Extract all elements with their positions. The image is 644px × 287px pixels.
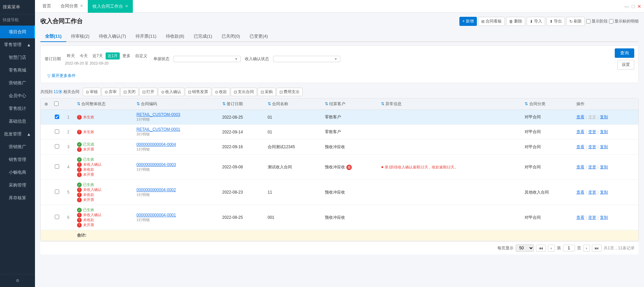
sidebar-item-smart-store[interactable]: 智慧门店 — [0, 51, 35, 64]
date-btn-7days[interactable]: 近7天 — [90, 52, 105, 59]
row-checkbox[interactable] — [55, 115, 59, 119]
doc-status-select[interactable]: ▼ — [174, 56, 241, 62]
refresh-button[interactable]: ↻ 刷新 — [566, 17, 585, 26]
action-income-confirm[interactable]: ⊙ 收入确认 — [158, 88, 184, 96]
close-icon[interactable]: ✕ — [637, 4, 641, 9]
show-stage-checkbox[interactable]: 显示阶段 — [586, 18, 608, 24]
row-checkbox[interactable] — [55, 190, 59, 194]
row-code: 0000000000004-00011行明细 — [134, 205, 220, 230]
prev-page-btn[interactable]: ‹ — [548, 245, 555, 252]
first-page-btn[interactable]: ⏮ — [536, 245, 546, 252]
row-checkbox[interactable] — [55, 129, 59, 134]
sidebar-item-project[interactable]: 项目合同 — [0, 26, 35, 38]
import-button[interactable]: ⬇ 导入 — [527, 17, 545, 26]
show-detail-checkbox[interactable]: 显示标的明细 — [609, 18, 639, 24]
sidebar-item-inventory[interactable]: 库存核算 — [0, 192, 35, 204]
sub-tab-done[interactable]: 已完成(1) — [189, 31, 217, 42]
action-link-复制[interactable]: 复制 — [600, 215, 608, 220]
action-link-查看[interactable]: 查看 — [576, 114, 584, 120]
action-link-查看[interactable]: 查看 — [576, 144, 584, 150]
sidebar-item-retail-stats[interactable]: 零售统计 — [0, 102, 35, 115]
action-link-复制[interactable]: 复制 — [600, 129, 608, 135]
code-link[interactable]: 0000000000004-0002 — [137, 188, 176, 192]
action-link-复制[interactable]: 复制 — [600, 190, 608, 195]
sub-tab-pending-review[interactable]: 待审核(2) — [66, 31, 94, 42]
sidebar-item-sales-mgmt[interactable]: 销售管理 — [0, 153, 35, 166]
sidebar-item-marketing[interactable]: 营销推广 — [0, 77, 35, 89]
board-button[interactable]: ⊞ 合同看板 — [478, 17, 505, 26]
maximize-icon[interactable]: □ — [632, 4, 635, 9]
action-link-复制[interactable]: 复制 — [600, 164, 608, 170]
row-checkbox[interactable] — [55, 164, 59, 169]
action-close[interactable]: ⊡ 关闭 — [120, 88, 139, 96]
minimize-icon[interactable]: — — [624, 4, 629, 9]
action-link-查看[interactable]: 查看 — [576, 129, 584, 135]
next-page-btn[interactable]: › — [583, 245, 590, 252]
sub-tab-pending-invoice[interactable]: 待开票(11) — [131, 31, 161, 42]
action-expense[interactable]: ⊡ 费用支出 — [276, 88, 303, 96]
settings-icon[interactable]: ⚙ — [44, 102, 48, 107]
sidebar-item-marketing2[interactable]: 营销推广 — [0, 140, 35, 153]
sidebar-item-member[interactable]: 会员中心 — [0, 89, 35, 102]
sub-tab-closed[interactable]: 已关闭(0) — [217, 31, 245, 42]
row-checkbox[interactable] — [55, 215, 59, 219]
sidebar-search[interactable]: 搜索菜单 — [0, 0, 35, 14]
date-btn-more[interactable]: 更多 — [120, 52, 132, 59]
action-link-变更[interactable]: 变更 — [588, 144, 596, 150]
query-button[interactable]: 查询 — [615, 48, 634, 58]
sidebar-item-basic-info[interactable]: 基础信息 — [0, 115, 35, 128]
sub-tab-changed[interactable]: 已变更(4) — [245, 31, 273, 42]
expand-conditions-btn[interactable]: ▽ 展开更多条件 — [45, 72, 634, 80]
tab-contract-cat[interactable]: 合同分类 ✕ — [56, 0, 88, 13]
action-collect[interactable]: ⊙ 收款 — [212, 88, 230, 96]
page-input[interactable] — [563, 245, 575, 251]
sub-tab-pending-confirm[interactable]: 待收入确认(7) — [94, 31, 131, 42]
code-link[interactable]: RETAIL_CUSTOM-0001 — [137, 127, 180, 132]
delete-button[interactable]: 🗑 删除 — [506, 17, 525, 26]
action-link-查看[interactable]: 查看 — [576, 215, 584, 220]
tab-close-income-workbench[interactable]: ✕ — [125, 4, 128, 8]
code-link[interactable]: 0000000000004-0001 — [137, 213, 176, 217]
action-purchase[interactable]: ⊡ 采购 — [258, 88, 276, 96]
date-btn-1month[interactable]: 近1月 — [106, 52, 120, 59]
sidebar-item-xiaochang[interactable]: 小畅电商 — [0, 166, 35, 179]
date-btn-today[interactable]: 今天 — [78, 52, 90, 59]
sidebar-item-retail-mgmt[interactable]: 零售管理 ▲ — [0, 38, 35, 51]
code-link[interactable]: RETAIL_CUSTOM-0003 — [137, 112, 180, 117]
select-all-checkbox[interactable] — [54, 101, 59, 106]
sidebar-item-wholesale[interactable]: 批发管理 ▲ — [0, 128, 35, 140]
col-settings[interactable]: ⚙ — [41, 98, 51, 110]
action-abandon[interactable]: ⊙ 弃审 — [102, 88, 120, 96]
date-btn-custom[interactable]: 自定义 — [133, 52, 149, 59]
export-button[interactable]: ⬆ 导出 — [546, 17, 565, 26]
date-btn-yesterday[interactable]: 昨天 — [65, 52, 77, 59]
action-link-变更[interactable]: 变更 — [588, 164, 596, 170]
new-button[interactable]: + 新增 — [459, 17, 477, 26]
tab-close-contract-cat[interactable]: ✕ — [80, 4, 83, 8]
action-link-变更[interactable]: 变更 — [588, 190, 596, 195]
action-open[interactable]: ⊡ 打开 — [139, 88, 157, 96]
sidebar-gear[interactable]: ⚙ — [0, 274, 35, 287]
per-page-select[interactable]: 50 100 200 — [516, 244, 534, 252]
action-link-查看[interactable]: 查看 — [576, 190, 584, 195]
action-link-复制[interactable]: 复制 — [600, 114, 608, 120]
action-link-查看[interactable]: 查看 — [576, 164, 584, 170]
sidebar-item-retail-mall[interactable]: 零售商城 — [0, 64, 35, 77]
action-link-复制[interactable]: 复制 — [600, 144, 608, 150]
tab-income-workbench[interactable]: 收入合同工作台 ✕ — [88, 0, 133, 13]
sub-tab-all[interactable]: 全部(11) — [40, 31, 66, 42]
last-page-btn[interactable]: ⏭ — [592, 245, 602, 252]
tab-home[interactable]: 首页 — [38, 0, 56, 13]
code-link[interactable]: 0000000000004-0004 — [137, 142, 176, 147]
sub-tab-pending-collect[interactable]: 待收款(8) — [161, 31, 189, 42]
action-out-contract[interactable]: ⊡ 支出合同 — [231, 88, 257, 96]
action-sales-invoice[interactable]: ⊡ 销售发票 — [185, 88, 211, 96]
sidebar-item-purchase[interactable]: 采购管理 — [0, 179, 35, 192]
action-link-变更[interactable]: 变更 — [588, 215, 596, 220]
action-link-变更[interactable]: 变更 — [588, 129, 596, 135]
set-button[interactable]: 设置 — [617, 60, 634, 70]
row-checkbox[interactable] — [55, 144, 59, 149]
code-link[interactable]: 0000000000004-0003 — [137, 162, 176, 167]
action-review[interactable]: ⊙ 审核 — [83, 88, 101, 96]
confirm-status-select[interactable]: ▼ — [273, 56, 340, 62]
